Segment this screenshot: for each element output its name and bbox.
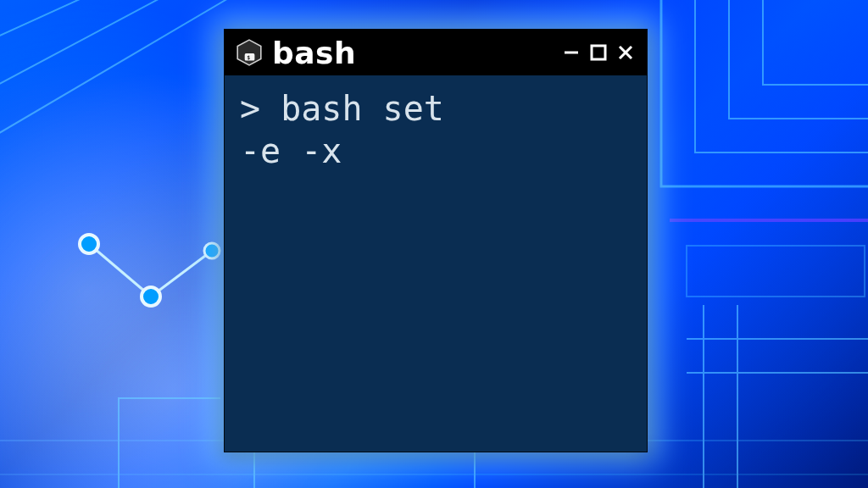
svg-line-2 xyxy=(151,251,212,297)
maximize-button[interactable] xyxy=(587,42,609,64)
svg-rect-0 xyxy=(687,246,865,297)
svg-line-1 xyxy=(89,244,151,297)
command-line-1: bash set xyxy=(281,89,444,128)
prompt: > xyxy=(240,89,281,128)
minimize-button[interactable] xyxy=(560,42,582,64)
bash-icon: $ xyxy=(235,38,264,67)
terminal-window: $ bash > bash set -e -x xyxy=(224,29,648,452)
svg-point-3 xyxy=(80,235,98,253)
svg-text:$: $ xyxy=(247,54,250,61)
command-line-2: -e -x xyxy=(240,131,342,170)
titlebar[interactable]: $ bash xyxy=(225,30,647,75)
svg-marker-6 xyxy=(237,40,261,65)
svg-point-4 xyxy=(142,287,160,306)
svg-rect-10 xyxy=(592,46,605,59)
svg-point-5 xyxy=(204,243,220,258)
terminal-body[interactable]: > bash set -e -x xyxy=(225,75,647,184)
close-button[interactable] xyxy=(615,42,637,64)
window-title: bash xyxy=(272,36,552,70)
window-controls xyxy=(560,42,637,64)
